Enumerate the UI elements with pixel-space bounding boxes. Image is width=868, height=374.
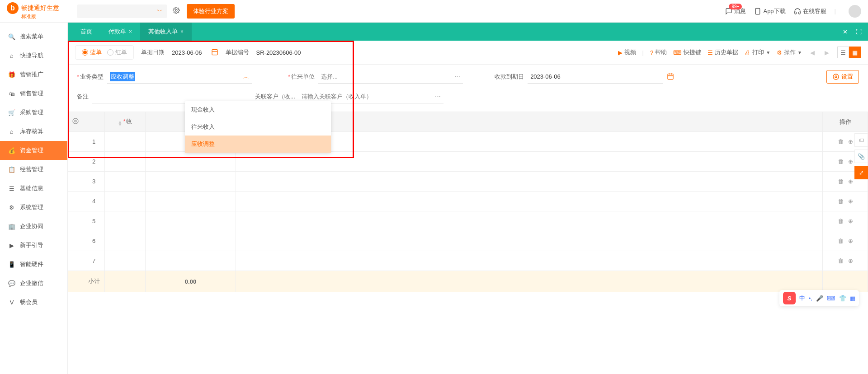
biz-type-dropdown: 现金收入往来收入应收调整	[185, 101, 331, 153]
sidebar-item[interactable]: 📱智能硬件	[0, 255, 67, 274]
ime-mic-icon[interactable]: 🎤	[816, 295, 823, 302]
sidebar-icon: 💬	[8, 280, 15, 287]
prev-icon[interactable]: ◀	[808, 49, 816, 56]
history-button[interactable]: ☰历史单据	[708, 48, 738, 56]
ime-keyboard-icon[interactable]: ⌨	[827, 295, 835, 302]
sidebar-item[interactable]: ▶新手引导	[0, 236, 67, 255]
doc-no-label: 单据编号	[226, 48, 249, 56]
sidebar-item[interactable]: 🔍搜索菜单	[0, 27, 67, 46]
header-right: 99+ 消息 App下载 在线客服 |	[725, 5, 861, 18]
right-tools: 🏷 📎 ⤢	[854, 133, 868, 179]
copy-icon[interactable]: ⊕	[848, 178, 853, 185]
messages-button[interactable]: 99+ 消息	[725, 7, 746, 15]
trial-button[interactable]: 体验行业方案	[187, 4, 235, 19]
col-header[interactable]: ▲▼*收	[105, 112, 146, 132]
expand-tool-icon[interactable]: ⤢	[854, 166, 868, 179]
sidebar-item[interactable]: ⌂快捷导航	[0, 46, 67, 65]
table-row[interactable]: 5🗑⊕	[68, 211, 868, 231]
print-button[interactable]: 🖨打印▼	[745, 48, 770, 56]
settings-button[interactable]: 设置	[826, 70, 859, 84]
delete-icon[interactable]: 🗑	[838, 178, 844, 185]
table-row[interactable]: 6🗑⊕	[68, 231, 868, 251]
ime-punct-icon[interactable]: •,	[809, 295, 812, 302]
next-icon[interactable]: ▶	[823, 49, 831, 56]
gear-header[interactable]	[68, 112, 83, 132]
help-button[interactable]: ?帮助	[650, 48, 667, 56]
operate-button[interactable]: ⚙操作▼	[777, 48, 802, 56]
copy-icon[interactable]: ⊕	[848, 138, 853, 145]
dropdown-item[interactable]: 现金收入	[185, 101, 331, 118]
tab[interactable]: 付款单×	[100, 23, 140, 41]
sidebar-item[interactable]: ☰基础信息	[0, 179, 67, 198]
online-service-button[interactable]: 在线客服	[794, 7, 826, 15]
chevron-up-icon[interactable]: ︿	[243, 73, 249, 81]
delete-icon[interactable]: 🗑	[838, 198, 844, 205]
due-date-input[interactable]: 2023-06-06	[528, 70, 663, 84]
delete-icon[interactable]: 🗑	[838, 238, 844, 244]
dropdown-item[interactable]: 往来收入	[185, 118, 331, 136]
dropdown-item[interactable]: 应收调整	[185, 136, 331, 153]
calendar-icon[interactable]	[211, 48, 218, 57]
table-row[interactable]: 4🗑⊕	[68, 192, 868, 211]
radio-blue[interactable]: 蓝单	[82, 48, 102, 56]
sidebar-item[interactable]: 💬企业微信	[0, 274, 67, 293]
sidebar-item[interactable]: 💰资金管理	[0, 141, 67, 160]
gear-icon[interactable]	[173, 7, 180, 15]
svg-rect-7	[668, 74, 673, 79]
close-icon[interactable]: ×	[180, 28, 184, 35]
delete-icon[interactable]: 🗑	[838, 158, 844, 165]
sidebar-item[interactable]: 🎁营销推广	[0, 65, 67, 84]
tag-icon[interactable]: 🏷	[854, 133, 868, 147]
attachment-icon[interactable]: 📎	[854, 150, 868, 163]
sidebar-icon: 📱	[8, 261, 15, 268]
radio-red[interactable]: 红单	[107, 48, 127, 56]
org-selector[interactable]: ﹀	[77, 5, 167, 18]
table-row[interactable]: 3🗑⊕	[68, 172, 868, 192]
copy-icon[interactable]: ⊕	[848, 257, 853, 264]
sidebar-item[interactable]: 🏢企业协同	[0, 217, 67, 236]
table-row[interactable]: 7🗑⊕	[68, 251, 868, 271]
sidebar-item[interactable]: 📋经营管理	[0, 160, 67, 179]
close-icon[interactable]: ×	[129, 28, 132, 35]
close-all-icon[interactable]: ✕	[841, 27, 849, 37]
copy-icon[interactable]: ⊕	[848, 218, 853, 224]
ime-toolbar[interactable]: S 中 •, 🎤 ⌨ 👕 ▦	[779, 290, 859, 306]
avatar[interactable]	[849, 5, 861, 18]
idx-header	[83, 112, 105, 132]
view-list-icon[interactable]: ☰	[837, 47, 849, 58]
copy-icon[interactable]: ⊕	[848, 238, 853, 244]
sidebar-item[interactable]: ⌂库存核算	[0, 122, 67, 141]
brand-edition: 标准版	[21, 13, 59, 20]
ime-lang[interactable]: 中	[799, 294, 805, 302]
view-grid-icon[interactable]: ▦	[849, 47, 861, 58]
ime-skin-icon[interactable]: 👕	[839, 295, 846, 302]
delete-icon[interactable]: 🗑	[838, 138, 844, 145]
video-button[interactable]: ▶视频	[618, 48, 636, 56]
biz-type-input[interactable]: 应收调整 ︿	[107, 70, 252, 84]
tab[interactable]: 其他收入单×	[140, 23, 192, 41]
sidebar-item[interactable]: 🛍销售管理	[0, 84, 67, 103]
doc-no-value: SR-20230606-00	[256, 49, 301, 56]
tab[interactable]: 首页	[72, 23, 100, 41]
sidebar-item[interactable]: 🛒采购管理	[0, 103, 67, 122]
copy-icon[interactable]: ⊕	[848, 158, 853, 165]
delete-icon[interactable]: 🗑	[838, 257, 844, 264]
counterparty-input[interactable]: ⋯	[318, 70, 463, 84]
app-download-button[interactable]: App下载	[754, 7, 785, 15]
doc-date-value[interactable]: 2023-06-06	[172, 49, 202, 56]
more-icon[interactable]: ⋯	[454, 73, 460, 80]
svg-rect-1	[756, 8, 760, 14]
sidebar-label: 新手引导	[20, 241, 43, 249]
table-row[interactable]: 2🗑⊕	[68, 152, 868, 172]
hotkey-button[interactable]: ⌨快捷键	[673, 48, 701, 56]
more-icon[interactable]: ⋯	[435, 93, 441, 100]
calendar-icon[interactable]	[667, 73, 674, 81]
sidebar: 🔍搜索菜单⌂快捷导航🎁营销推广🛍销售管理🛒采购管理⌂库存核算💰资金管理📋经营管理…	[0, 23, 68, 374]
sidebar-item[interactable]: ⚙系统管理	[0, 198, 67, 217]
expand-icon[interactable]: ⛶	[854, 27, 863, 37]
sidebar-item[interactable]: V畅会员	[0, 293, 67, 312]
delete-icon[interactable]: 🗑	[838, 218, 844, 224]
copy-icon[interactable]: ⊕	[848, 198, 853, 205]
ime-grid-icon[interactable]: ▦	[850, 295, 855, 302]
sidebar-label: 快捷导航	[20, 51, 43, 60]
